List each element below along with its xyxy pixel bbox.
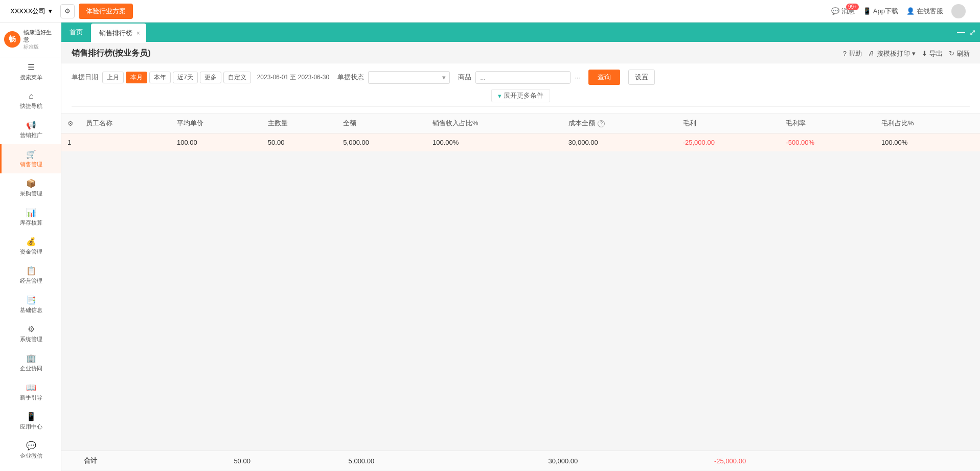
sidebar-item-operations[interactable]: 📋 经营管理 <box>0 261 61 290</box>
cost-info-icon[interactable]: ? <box>598 120 605 127</box>
sidebar-item-finance[interactable]: 💰 资金管理 <box>0 232 61 261</box>
avatar[interactable] <box>951 4 966 18</box>
help-icon: ? <box>843 50 847 57</box>
sidebar-item-system[interactable]: ⚙ 系统管理 <box>0 319 61 348</box>
goods-input[interactable] <box>475 71 571 84</box>
sidebar-item-marketing[interactable]: 📢 营销推广 <box>0 115 61 144</box>
sidebar-item-enterprise[interactable]: 🏢 企业协同 <box>0 348 61 377</box>
date-tag-this-year[interactable]: 本年 <box>149 72 171 83</box>
th-employee-name: 员工名称 <box>80 114 171 133</box>
cell-avg-price: 100.00 <box>171 133 262 152</box>
download-icon: 📱 <box>863 7 871 15</box>
sidebar-item-nav[interactable]: ⌂ 快捷导航 <box>0 86 61 115</box>
sidebar-item-label: 企业协同 <box>20 365 42 372</box>
sidebar-item-search[interactable]: ☰ 搜索菜单 <box>0 57 61 86</box>
chevron-down-icon: ▾ <box>49 7 52 15</box>
close-icon[interactable]: × <box>136 30 140 37</box>
print-button[interactable]: 🖨 按模板打印 ▾ <box>868 49 916 58</box>
cell-index: 1 <box>61 133 80 152</box>
tab-expand-button[interactable]: ⤢ <box>969 28 976 37</box>
sidebar-item-label: 企业微信 <box>20 452 42 460</box>
settings-filter-button[interactable]: 设置 <box>628 70 655 85</box>
date-tag-this-month[interactable]: 本月 <box>126 72 147 83</box>
app-download-label: App下载 <box>873 7 898 16</box>
refresh-button[interactable]: ↻ 刷新 <box>949 49 970 58</box>
online-service-item[interactable]: 👤 在线客服 <box>906 7 943 16</box>
cell-sales-pct: 100.00% <box>426 133 562 152</box>
goods-filter-group: 商品 ··· <box>458 71 580 84</box>
total-row: 合计 50.00 5,000.00 30,000.00 -25,000.00 <box>61 451 980 471</box>
tab-sales-ranking[interactable]: 销售排行榜 × <box>91 24 146 43</box>
tab-home-label: 首页 <box>70 28 83 37</box>
inventory-icon: 📊 <box>26 208 36 217</box>
logo-text: 畅康通好生意 <box>24 29 57 43</box>
date-tag-last-month[interactable]: 上月 <box>102 72 124 83</box>
print-chevron-icon: ▾ <box>912 50 916 57</box>
total-qty: 50.00 <box>227 451 342 471</box>
sidebar-item-label: 资金管理 <box>20 248 42 256</box>
sidebar-item-guide[interactable]: 📖 新手引导 <box>0 377 61 407</box>
system-icon: ⚙ <box>28 324 35 334</box>
status-select-wrapper: ▾ <box>368 71 450 84</box>
table-container: ⚙ 员工名称 平均单价 主数量 全额 销售收入占比% 成本全额 ? <box>61 114 980 152</box>
home-icon: ⌂ <box>29 92 34 101</box>
sidebar-item-label: 经营管理 <box>20 277 42 285</box>
sidebar-item-purchase[interactable]: 📦 采购管理 <box>0 173 61 203</box>
search-icon: ☰ <box>28 62 35 72</box>
th-qty: 主数量 <box>262 114 337 133</box>
enterprise-icon: 🏢 <box>26 353 36 363</box>
table-header: ⚙ 员工名称 平均单价 主数量 全额 销售收入占比% 成本全额 ? <box>61 114 980 133</box>
date-tag-7days[interactable]: 近7天 <box>173 72 198 83</box>
sidebar-item-basic[interactable]: 📑 基础信息 <box>0 290 61 319</box>
cell-employee-name <box>80 133 171 152</box>
message-badge: 99+ <box>846 4 859 10</box>
tab-home[interactable]: 首页 <box>61 23 91 42</box>
export-button[interactable]: ⬇ 导出 <box>922 49 943 58</box>
logo-icon: 畅 <box>4 31 20 48</box>
th-profit-pct: 毛利占比% <box>875 114 980 133</box>
tab-bar: 首页 销售排行榜 × — ⤢ <box>61 23 980 42</box>
date-tag-more[interactable]: 更多 <box>200 72 221 83</box>
sidebar-item-apps[interactable]: 📱 应用中心 <box>0 407 61 436</box>
date-tag-custom[interactable]: 自定义 <box>223 72 251 83</box>
date-range: 2023-06-01 至 2023-06-30 <box>257 73 329 82</box>
th-settings[interactable]: ⚙ <box>61 114 80 133</box>
header-right: 💬 消息 99+ 📱 App下载 👤 在线客服 <box>831 4 974 18</box>
filter-area: 单据日期 上月 本月 本年 近7天 更多 自定义 2023-06-01 至 20… <box>61 63 980 114</box>
expand-conditions-button[interactable]: ▾ 展开更多条件 <box>491 89 550 102</box>
sidebar-logo: 畅 畅康通好生意 标准版 <box>0 23 61 57</box>
more-fields-button[interactable]: ··· <box>575 74 580 81</box>
th-cost: 成本全额 ? <box>562 114 677 133</box>
tab-bar-right: — ⤢ <box>957 28 980 37</box>
page-actions: ? 帮助 🖨 按模板打印 ▾ ⬇ 导出 ↻ 刷新 <box>843 49 970 58</box>
service-icon: 👤 <box>906 7 915 15</box>
main-content: 首页 销售排行榜 × — ⤢ 销售排行榜(按业务员) ? 帮助 <box>61 23 980 471</box>
message-item[interactable]: 💬 消息 99+ <box>831 7 855 16</box>
sidebar-item-inventory[interactable]: 📊 库存核算 <box>0 203 61 232</box>
total-section: 合计 50.00 5,000.00 30,000.00 -25,000.00 <box>61 451 980 471</box>
sidebar-item-label: 应用中心 <box>20 423 42 431</box>
data-table: ⚙ 员工名称 平均单价 主数量 全额 销售收入占比% 成本全额 ? <box>61 114 980 152</box>
company-selector[interactable]: XXXXX公司 ▾ <box>6 5 56 18</box>
total-avg-price <box>179 451 227 471</box>
finance-icon: 💰 <box>26 237 36 246</box>
help-button[interactable]: ? 帮助 <box>843 49 862 58</box>
status-select[interactable] <box>368 71 450 84</box>
apps-icon: 📱 <box>26 412 36 421</box>
purchase-icon: 📦 <box>26 178 36 188</box>
try-industry-button[interactable]: 体验行业方案 <box>79 4 133 19</box>
sidebar-item-wechat[interactable]: 💬 企业微信 <box>0 436 61 465</box>
app-body: 畅 畅康通好生意 标准版 ☰ 搜索菜单 ⌂ 快捷导航 📢 营销推广 🛒 销售管理… <box>0 23 980 471</box>
query-button[interactable]: 查询 <box>588 70 620 85</box>
sidebar-item-vip[interactable]: V 畅会员 <box>0 465 61 471</box>
date-filter-group: 单据日期 上月 本月 本年 近7天 更多 自定义 2023-06-01 至 20… <box>72 72 329 83</box>
sidebar-item-sales[interactable]: 🛒 销售管理 <box>0 144 61 173</box>
app-download-item[interactable]: 📱 App下载 <box>863 7 898 16</box>
top-header: XXXXX公司 ▾ ⚙ 体验行业方案 💬 消息 99+ 📱 App下载 👤 在线… <box>0 0 980 23</box>
gear-button[interactable]: ⚙ <box>60 4 75 18</box>
expand-arrow-icon: ▾ <box>498 92 502 100</box>
date-filter-label: 单据日期 <box>72 73 98 82</box>
sidebar-item-label: 搜索菜单 <box>20 74 42 81</box>
tab-minimize-button[interactable]: — <box>957 28 965 37</box>
table-section: ⚙ 员工名称 平均单价 主数量 全额 销售收入占比% 成本全额 ? <box>61 114 980 451</box>
